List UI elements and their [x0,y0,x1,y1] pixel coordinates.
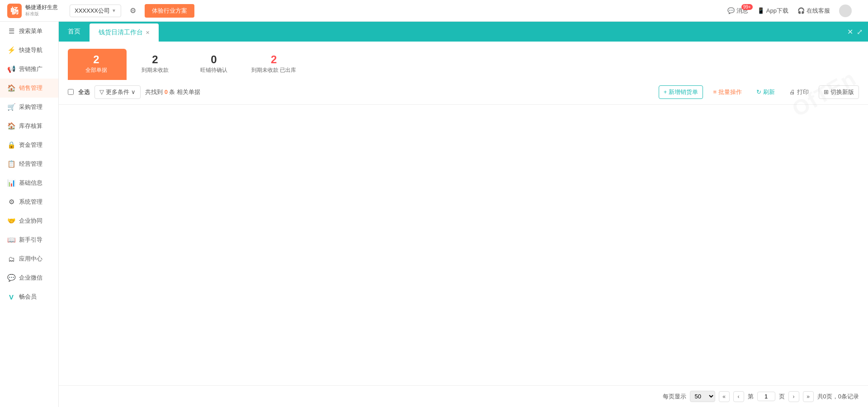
sidebar-item-quick-nav[interactable]: ⚡ 快捷导航 [0,41,58,60]
sidebar-item-enterprise[interactable]: 🤝 企业协同 [0,211,58,230]
system-icon: ⚙ [7,198,15,206]
tab-actions: ✕ ⤢ [847,28,868,36]
avatar[interactable] [839,5,852,17]
message-icon: 💬 [727,7,735,14]
sidebar-item-sales[interactable]: 🏠 销售管理 [0,79,58,98]
logo-icon: 畅 [7,4,22,18]
card-label-all: 全部单据 [75,66,118,74]
sidebar-item-purchase[interactable]: 🛒 采购管理 [0,98,58,117]
try-industry-button[interactable]: 体验行业方案 [145,4,194,18]
top-bar: 畅 畅捷通好生意 标准版 XXXXXX公司 ▼ ⚙ 体验行业方案 💬 消息 99… [0,0,868,22]
tab-maximize-icon[interactable]: ⤢ [857,28,863,36]
operations-icon: 📋 [7,160,15,168]
page-next-button[interactable]: › [788,391,799,402]
page-first-button[interactable]: « [719,391,730,402]
online-service-item[interactable]: 🎧 在线客服 [797,7,830,15]
total-text: 共0页，0条记录 [817,393,859,401]
filter-icon: ▽ [99,89,104,95]
sidebar-item-app-center[interactable]: 🗂 应用中心 [0,249,58,268]
print-icon: 🖨 [789,89,795,95]
switch-new-version-button[interactable]: ⊞ 切换新版 [819,85,859,99]
message-item[interactable]: 💬 消息 99+ [727,7,748,15]
sidebar-item-marketing[interactable]: 📢 营销推广 [0,60,58,79]
sidebar-label-system: 系统管理 [19,198,42,206]
print-button[interactable]: 🖨 打印 [785,86,813,98]
sidebar-label-vip: 畅会员 [19,293,37,301]
sidebar-item-guide[interactable]: 📖 新手引导 [0,230,58,249]
summary-cards: 2 全部单据 2 到期未收款 0 旺铺待确认 2 到期未收款 已出库 [59,42,868,80]
found-text: 共找到 0 条 相关单据 [145,88,200,96]
summary-card-shipped[interactable]: 2 到期未收款 已出库 [244,49,305,80]
tab-home[interactable]: 首页 [59,22,90,42]
sidebar-label-purchase: 采购管理 [19,103,42,111]
app-download-icon: 📱 [757,7,764,14]
add-sales-order-button[interactable]: + 新增销货单 [659,85,703,99]
sidebar-item-vip[interactable]: V 畅会员 [0,287,58,306]
batch-label: 批量操作 [718,88,742,96]
page-last-button[interactable]: » [803,391,814,402]
company-name: XXXXXX公司 [75,7,110,15]
finance-icon: 🔒 [7,141,15,149]
card-num-overdue: 2 [134,53,176,66]
refresh-label: 刷新 [763,88,775,96]
app-center-icon: 🗂 [7,255,15,263]
logo-badge: 标准版 [25,11,58,17]
page-prev-button[interactable]: ‹ [733,391,744,402]
summary-card-pending[interactable]: 0 旺铺待确认 [185,49,244,80]
content-area: 2 全部单据 2 到期未收款 0 旺铺待确认 2 到期未收款 已出库 全选 [59,42,868,407]
sidebar-label-finance: 资金管理 [19,141,42,149]
summary-card-overdue[interactable]: 2 到期未收款 [127,49,185,80]
company-selector[interactable]: XXXXXX公司 ▼ [70,5,121,17]
marketing-icon: 📢 [7,65,15,73]
select-all-checkbox[interactable] [68,89,74,95]
summary-card-all[interactable]: 2 全部单据 [68,49,127,80]
headset-icon: 🎧 [797,7,805,14]
sidebar-item-search-menu[interactable]: ☰ 搜索菜单 [0,22,58,41]
batch-icon: ≡ [713,89,717,95]
message-badge: 99+ [741,4,753,10]
tab-minimize-icon[interactable]: ✕ [847,28,853,36]
sidebar-item-operations[interactable]: 📋 经营管理 [0,154,58,173]
card-label-shipped: 到期未收款 已出库 [251,66,296,74]
sidebar-item-finance[interactable]: 🔒 资金管理 [0,136,58,154]
table-area [59,105,868,385]
batch-ops-button[interactable]: ≡ 批量操作 [708,86,746,98]
sidebar-item-basic-info[interactable]: 📊 基础信息 [0,173,58,192]
sidebar-item-system[interactable]: ⚙ 系统管理 [0,192,58,211]
tab-cashflow[interactable]: 钱货日清工作台 ✕ [90,23,159,42]
filter-label: 更多条件 [106,88,129,96]
search-menu-icon: ☰ [7,27,15,35]
basic-info-icon: 📊 [7,179,15,187]
sidebar-label-operations: 经营管理 [19,160,42,168]
filter-arrow-icon: ∨ [131,89,136,95]
page-di-label: 第 [748,393,754,401]
guide-icon: 📖 [7,236,15,244]
card-num-pending: 0 [193,53,235,66]
card-label-pending: 旺铺待确认 [193,66,235,74]
switch-label: 切换新版 [830,88,854,96]
sidebar-item-inventory[interactable]: 🏠 库存核算 [0,117,58,136]
page-size-select[interactable]: 50 100 200 [690,391,715,402]
logo-area: 畅 畅捷通好生意 标准版 [7,4,66,18]
found-suffix: 条 相关单据 [169,89,200,95]
settings-icon[interactable]: ⚙ [127,5,139,17]
refresh-icon: ↻ [756,89,761,95]
top-right-area: 💬 消息 99+ 📱 App下载 🎧 在线客服 [727,5,861,17]
logo-text: 畅捷通好生意 [25,4,58,11]
tab-cashflow-label: 钱货日清工作台 [99,28,143,37]
toolbar-left: 全选 ▽ 更多条件 ∨ 共找到 0 条 相关单据 [68,85,653,99]
sidebar-label-marketing: 营销推广 [19,65,42,73]
sidebar-label-wechat: 企业微信 [19,274,42,282]
refresh-button[interactable]: ↻ 刷新 [752,86,779,98]
sidebar-item-wechat[interactable]: 💬 企业微信 [0,268,58,287]
tab-close-icon[interactable]: ✕ [146,30,150,36]
filter-button[interactable]: ▽ 更多条件 ∨ [94,85,141,99]
page-number-input[interactable] [757,392,775,401]
sidebar-label-app-center: 应用中心 [19,255,42,263]
sidebar-label-guide: 新手引导 [19,236,42,244]
toolbar-right: + 新增销货单 ≡ 批量操作 ↻ 刷新 🖨 打印 ⊞ 切换新版 [659,85,859,99]
app-download-item[interactable]: 📱 App下载 [757,7,788,15]
quick-nav-icon: ⚡ [7,46,15,54]
purchase-icon: 🛒 [7,103,15,111]
add-btn-label: 新增销货单 [669,88,698,96]
